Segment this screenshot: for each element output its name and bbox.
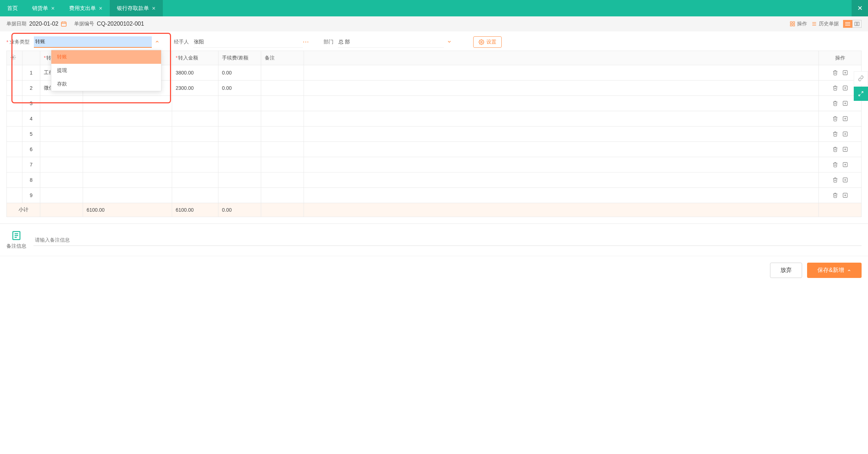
cell-out-account[interactable] xyxy=(40,188,83,203)
cell-remark[interactable] xyxy=(261,81,304,96)
cell-remark[interactable] xyxy=(261,172,304,188)
cell-fee[interactable] xyxy=(218,172,261,188)
row-delete-button[interactable] xyxy=(831,191,839,199)
cell-remark[interactable] xyxy=(261,188,304,203)
handler-field[interactable]: 经手人 张阳 ··· xyxy=(174,37,309,48)
cell-fee[interactable] xyxy=(218,157,261,172)
cell-out-amount[interactable] xyxy=(83,96,172,111)
dropdown-option-withdraw[interactable]: 提现 xyxy=(51,64,161,77)
table-row[interactable]: 4 xyxy=(7,111,862,127)
row-add-button[interactable] xyxy=(841,130,849,138)
date-value[interactable]: 2020-01-02 xyxy=(29,21,58,27)
handler-value[interactable]: 张阳 xyxy=(193,37,303,48)
cell-out-amount[interactable] xyxy=(83,127,172,142)
cell-in-amount[interactable]: 3800.00 xyxy=(172,65,218,81)
close-icon[interactable]: ✕ xyxy=(152,6,156,11)
cell-out-account[interactable] xyxy=(40,111,83,127)
rail-expand-button[interactable] xyxy=(854,87,868,101)
cell-fee[interactable] xyxy=(218,111,261,127)
cell-remark[interactable] xyxy=(261,127,304,142)
dropdown-option-deposit[interactable]: 存款 xyxy=(51,77,161,91)
cell-out-account[interactable] xyxy=(40,96,83,111)
cell-remark[interactable] xyxy=(261,157,304,172)
row-delete-button[interactable] xyxy=(831,84,839,92)
table-row[interactable]: 9 xyxy=(7,188,862,203)
cell-remark[interactable] xyxy=(261,142,304,157)
cell-in-amount[interactable] xyxy=(172,188,218,203)
cancel-button[interactable]: 放弃 xyxy=(770,263,802,278)
remark-input[interactable] xyxy=(33,234,862,246)
cell-in-amount[interactable] xyxy=(172,172,218,188)
cell-in-amount[interactable] xyxy=(172,111,218,127)
cell-out-amount[interactable] xyxy=(83,142,172,157)
dropdown-option-transfer[interactable]: 转账 xyxy=(51,50,161,64)
chevron-up-icon[interactable] xyxy=(155,39,160,45)
tab-expense[interactable]: 费用支出单✕ xyxy=(62,0,110,16)
view-columns-button[interactable] xyxy=(852,20,862,28)
cell-fee[interactable] xyxy=(218,96,261,111)
row-add-button[interactable] xyxy=(841,69,849,77)
row-add-button[interactable] xyxy=(841,176,849,184)
gear-header[interactable] xyxy=(7,51,22,65)
row-add-button[interactable] xyxy=(841,84,849,92)
cell-in-amount[interactable] xyxy=(172,142,218,157)
biz-type-value[interactable]: 转账 xyxy=(34,36,152,48)
cell-in-amount[interactable] xyxy=(172,157,218,172)
cell-fee[interactable] xyxy=(218,142,261,157)
row-delete-button[interactable] xyxy=(831,176,839,184)
cell-out-account[interactable] xyxy=(40,127,83,142)
table-row[interactable]: 3 xyxy=(7,96,862,111)
dept-value[interactable]: 总 部 xyxy=(338,37,444,48)
tab-sales[interactable]: 销货单✕ xyxy=(25,0,62,16)
close-icon[interactable]: ✕ xyxy=(51,6,55,11)
row-delete-button[interactable] xyxy=(831,115,839,123)
tab-bank-transfer[interactable]: 银行存取款单✕ xyxy=(110,0,163,16)
row-add-button[interactable] xyxy=(841,99,849,107)
biz-type-field[interactable]: * 业务类型 转账 xyxy=(6,36,160,48)
cell-out-amount[interactable] xyxy=(83,188,172,203)
cell-out-account[interactable] xyxy=(40,142,83,157)
cell-fee[interactable] xyxy=(218,127,261,142)
save-new-button[interactable]: 保存&新增 xyxy=(807,263,862,278)
table-row[interactable]: 7 xyxy=(7,157,862,172)
row-add-button[interactable] xyxy=(841,115,849,123)
more-icon[interactable]: ··· xyxy=(303,39,309,45)
row-delete-button[interactable] xyxy=(831,130,839,138)
cell-remark[interactable] xyxy=(261,65,304,81)
cell-idx: 3 xyxy=(22,96,40,111)
cell-out-amount[interactable] xyxy=(83,157,172,172)
cell-in-amount[interactable] xyxy=(172,96,218,111)
settings-button[interactable]: 设置 xyxy=(473,36,502,48)
calendar-icon[interactable] xyxy=(61,21,67,27)
cell-out-account[interactable] xyxy=(40,172,83,188)
cell-remark[interactable] xyxy=(261,111,304,127)
view-list-button[interactable] xyxy=(843,20,852,28)
ops-button[interactable]: 操作 xyxy=(790,21,807,27)
cell-remark[interactable] xyxy=(261,96,304,111)
row-add-button[interactable] xyxy=(841,145,849,153)
table-row[interactable]: 5 xyxy=(7,127,862,142)
row-add-button[interactable] xyxy=(841,161,849,169)
cell-out-amount[interactable] xyxy=(83,172,172,188)
row-delete-button[interactable] xyxy=(831,99,839,107)
cell-fee[interactable]: 0.00 xyxy=(218,81,261,96)
row-delete-button[interactable] xyxy=(831,161,839,169)
cell-fee[interactable] xyxy=(218,188,261,203)
cell-in-amount[interactable] xyxy=(172,127,218,142)
rail-link-button[interactable] xyxy=(854,71,868,86)
row-delete-button[interactable] xyxy=(831,145,839,153)
dept-field[interactable]: 部门 总 部 xyxy=(324,37,452,48)
chevron-down-icon[interactable] xyxy=(447,39,452,45)
history-button[interactable]: 历史单据 xyxy=(811,21,839,27)
row-add-button[interactable] xyxy=(841,191,849,199)
table-row[interactable]: 8 xyxy=(7,172,862,188)
table-row[interactable]: 6 xyxy=(7,142,862,157)
cell-in-amount[interactable]: 2300.00 xyxy=(172,81,218,96)
header-close-button[interactable]: ✕ xyxy=(852,0,868,16)
row-delete-button[interactable] xyxy=(831,69,839,77)
cell-out-amount[interactable] xyxy=(83,111,172,127)
close-icon[interactable]: ✕ xyxy=(99,6,103,11)
tab-home[interactable]: 首页 xyxy=(0,0,25,16)
cell-out-account[interactable] xyxy=(40,157,83,172)
cell-fee[interactable]: 0.00 xyxy=(218,65,261,81)
